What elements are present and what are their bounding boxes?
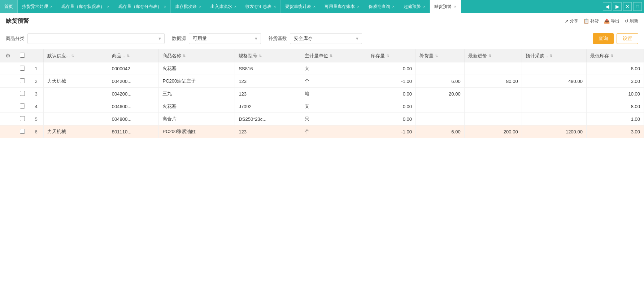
row-stock: 0.00 [367,100,416,113]
replenish-base-select-wrapper: ▼ [290,33,362,44]
datasource-select-wrapper: ▼ [189,33,261,44]
row-product-name: 火花塞 [159,100,235,113]
col-unit-label: 主计量单位 [305,53,328,59]
share-icon: ↗ [565,18,569,24]
row-checkbox-5[interactable] [20,129,25,134]
col-est-purchase-header[interactable]: 预计采购... ⇅ [522,49,586,62]
select-all-checkbox[interactable] [20,53,25,58]
close-tab-collect-summary[interactable]: × [274,4,276,9]
product-name-sort-icon: ⇅ [183,54,186,58]
row-stock: 0.00 [367,113,416,125]
replenish-button[interactable]: 📋 补货 [583,18,599,24]
row-supplier [43,62,108,75]
row-checkbox-cell [16,125,29,138]
table-gear-icon[interactable]: ⚙ [5,52,10,59]
close-tab-inout-flow[interactable]: × [234,4,236,9]
row-gear-cell [0,75,16,88]
col-unit-header[interactable]: 主计量单位 ⇅ [301,49,367,62]
row-min-stock: 3.00 [586,75,644,88]
filter-actions: 查询 设置 [593,33,638,44]
tab-inventory-dist[interactable]: 现存量（库存分布表） × [114,0,171,13]
row-unit: 箱 [301,88,367,100]
row-gear-cell [0,88,16,100]
close-tab-inventory-dist[interactable]: × [164,4,166,9]
row-min-stock: 8.00 [586,62,644,75]
close-tab-demand-stat[interactable]: × [313,4,316,9]
row-latest-price [464,88,522,100]
row-checkbox-4[interactable] [20,116,25,121]
row-est-purchase: 480.00 [522,75,586,88]
row-product-code: 004200... [108,88,159,100]
refresh-button[interactable]: ↺ 刷新 [625,18,638,24]
page-content: 缺货预警 ↗ 分享 📋 补货 📤 导出 ↺ 刷新 商品分类 [0,13,644,287]
export-button[interactable]: 📤 导出 [604,18,619,24]
row-checkbox-0[interactable] [20,66,25,71]
table-row: 2 力天机械 004200... PC200油缸庄子 123 个 -1.00 6… [0,75,644,88]
col-latest-price-header[interactable]: 最新进价 ⇅ [464,49,522,62]
tab-overstock-warning[interactable]: 超储预警 × [399,0,430,13]
query-button[interactable]: 查询 [593,33,614,44]
row-supplier: 力天机械 [43,75,108,88]
row-checkbox-cell [16,88,29,100]
row-min-stock: 1.00 [586,113,644,125]
col-product-name-header[interactable]: 商品名称 ⇅ [159,49,235,62]
latest-price-sort-icon: ⇅ [488,54,491,58]
tab-close-button[interactable]: ✕ [623,2,632,11]
tab-demand-stat[interactable]: 要货单统计表 × [281,0,320,13]
table-row: 1 0000042 火花塞 SS816 支 0.00 8.00 [0,62,644,75]
row-checkbox-cell [16,62,29,75]
product-code-sort-icon: ⇅ [127,54,130,58]
row-product-code: 801110... [108,125,159,138]
col-replenish-header[interactable]: 补货量 ⇅ [415,49,464,62]
close-tab-overstock-warning[interactable]: × [423,4,425,9]
row-checkbox-3[interactable] [20,103,25,109]
tab-available-ledger[interactable]: 可用量库存账本 × [320,0,364,13]
tab-inout-flow[interactable]: 出入库流水 × [206,0,241,13]
row-checkbox-2[interactable] [20,91,25,96]
row-unit: 个 [301,75,367,88]
row-product-code: 004200... [108,75,159,88]
tab-batch-account[interactable]: 库存批次账 × [171,0,206,13]
tab-collect-summary[interactable]: 收发存汇总表 × [241,0,280,13]
close-tab-exception[interactable]: × [50,4,52,9]
tab-home[interactable]: 首页 [0,0,18,13]
row-latest-price: 200.00 [464,125,522,138]
tab-prev-button[interactable]: ◀ [603,2,612,11]
col-spec-header[interactable]: 规格型号 ⇅ [235,49,301,62]
tab-expand-button[interactable]: □ [633,2,642,11]
category-input[interactable] [27,33,165,44]
tab-next-button[interactable]: ▶ [613,2,622,11]
share-button[interactable]: ↗ 分享 [565,18,578,24]
category-select-wrapper: ▼ [27,33,165,44]
tab-inventory-status[interactable]: 现存量（库存状况表） × [57,0,114,13]
row-stock: -1.00 [367,125,416,138]
close-tab-available-ledger[interactable]: × [357,4,359,9]
col-supplier-header[interactable]: 默认供应... ⇅ [43,49,108,62]
tab-exception[interactable]: 拣货异常处理 × [18,0,57,13]
col-est-purchase-label: 预计采购... [526,53,548,59]
row-min-stock: 10.00 [586,88,644,100]
col-min-stock-header[interactable]: 最低库存 ⇅ [586,49,644,62]
table-body: 1 0000042 火花塞 SS816 支 0.00 8.00 2 力天机械 0… [0,62,644,138]
close-tab-expiry-query[interactable]: × [392,4,395,9]
col-product-code-header[interactable]: 商品... ⇅ [108,49,159,62]
replenish-icon: 📋 [583,18,589,24]
table-header-row: ⚙ 默认供应... ⇅ 商品... [0,49,644,62]
replenish-base-input[interactable] [290,33,362,44]
row-product-name: PC200张紧油缸 [159,125,235,138]
row-replenish: 20.00 [415,88,464,100]
close-tab-inventory-status[interactable]: × [107,4,109,9]
header-actions: ↗ 分享 📋 补货 📤 导出 ↺ 刷新 [565,18,638,24]
replenish-base-filter-group: 补货基数 ▼ [268,33,362,44]
col-stock-header[interactable]: 库存量 ⇅ [367,49,416,62]
tab-shortage-warning[interactable]: 缺货预警 × [430,0,461,13]
row-stock: 0.00 [367,62,416,75]
close-tab-shortage-warning[interactable]: × [454,4,456,9]
row-checkbox-cell [16,113,29,125]
tab-expiry-query[interactable]: 保质期查询 × [364,0,399,13]
close-tab-batch-account[interactable]: × [199,4,201,9]
row-stock: -1.00 [367,75,416,88]
row-checkbox-1[interactable] [20,78,25,83]
settings-button[interactable]: 设置 [617,33,638,44]
datasource-input[interactable] [189,33,261,44]
